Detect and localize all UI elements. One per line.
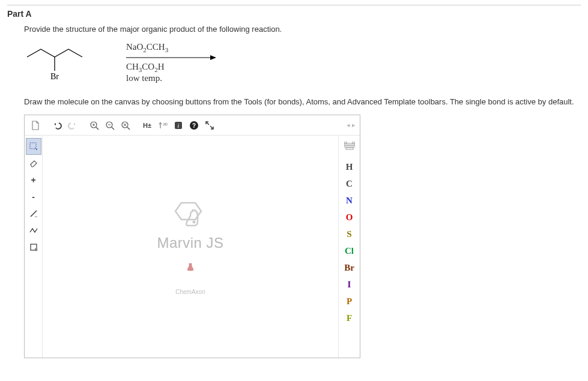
left-toolbar: + -	[25, 136, 43, 358]
atom-p-button[interactable]: P	[340, 293, 359, 310]
instruction-text: Draw the molecule on the canvas by choos…	[24, 97, 581, 107]
svg-point-27	[34, 248, 37, 251]
eraser-tool-button[interactable]	[26, 155, 41, 172]
svg-point-28	[193, 221, 196, 224]
reaction-arrow	[126, 55, 216, 61]
fullscreen-button[interactable]	[202, 118, 217, 133]
atom-h-button[interactable]: H	[340, 158, 359, 175]
marvin-editor: H± 2D i ? ◂ ▸ + -	[24, 115, 360, 358]
template-tool-button[interactable]	[26, 239, 41, 256]
redo-button[interactable]	[65, 118, 80, 133]
top-toolbar: H± 2D i ? ◂ ▸	[25, 115, 360, 136]
svg-marker-2	[210, 55, 216, 60]
atom-c-button[interactable]: C	[340, 175, 359, 192]
svg-line-4	[96, 127, 99, 130]
atoms-toolbar: H C N O S Cl Br I P F	[338, 136, 360, 358]
charge-minus-button[interactable]: -	[26, 188, 41, 205]
reagent-above: NaO2CCH3	[126, 42, 216, 53]
periodic-table-button[interactable]	[340, 138, 359, 154]
new-doc-button[interactable]	[28, 118, 43, 133]
help-button[interactable]: ?	[187, 118, 201, 133]
br-label: Br	[50, 72, 59, 81]
svg-rect-32	[344, 145, 355, 147]
svg-text:?: ?	[192, 122, 196, 129]
atom-i-button[interactable]: I	[340, 276, 359, 293]
zoom-out-button[interactable]	[103, 118, 117, 133]
charge-plus-button[interactable]: +	[26, 172, 41, 188]
zoom-fit-button[interactable]	[118, 118, 133, 133]
top-divider	[7, 5, 581, 5]
svg-line-23	[210, 126, 213, 128]
marvin-logo-icon	[172, 198, 208, 231]
svg-line-25	[31, 211, 37, 217]
chemaxon-flask-icon	[186, 262, 195, 272]
svg-line-8	[112, 127, 114, 130]
atom-o-button[interactable]: O	[340, 209, 359, 226]
question-text: Provide the structure of the major organ…	[24, 25, 581, 34]
svg-line-11	[127, 127, 130, 130]
view-2d-button[interactable]: 2D	[156, 118, 170, 133]
atom-s-button[interactable]: S	[340, 226, 359, 242]
zoom-in-button[interactable]	[87, 118, 102, 133]
part-label: Part A	[7, 9, 581, 19]
toolbar-nav-right[interactable]: ▸	[351, 121, 356, 129]
svg-line-22	[207, 122, 209, 125]
undo-button[interactable]	[50, 118, 64, 133]
selection-tool-button[interactable]	[26, 138, 41, 155]
svg-text:2D: 2D	[163, 122, 168, 126]
single-bond-tool-button[interactable]	[26, 205, 41, 222]
canvas-watermark-title: Marvin JS	[157, 235, 223, 251]
reagent-conditions: NaO2CCH3 CH3CO2H low temp.	[126, 42, 216, 83]
drawing-canvas[interactable]: Marvin JS ChemAxon	[43, 136, 338, 358]
svg-rect-33	[346, 148, 353, 149]
chain-tool-button[interactable]	[26, 222, 41, 239]
reagent-below-1: CH3CO2H	[126, 62, 216, 73]
reactant-structure: Br	[24, 42, 90, 86]
canvas-watermark-vendor: ChemAxon	[175, 289, 205, 295]
hydrogen-toggle-button[interactable]: H±	[140, 118, 154, 133]
svg-text:i: i	[178, 122, 180, 129]
atom-cl-button[interactable]: Cl	[340, 242, 359, 259]
atom-br-button[interactable]: Br	[340, 259, 359, 276]
reaction-scheme: Br NaO2CCH3 CH3CO2H low temp.	[24, 42, 581, 86]
toolbar-nav-left[interactable]: ◂	[346, 121, 351, 129]
atom-n-button[interactable]: N	[340, 192, 359, 209]
reagent-below-2: low temp.	[126, 73, 216, 83]
info-button[interactable]: i	[171, 118, 186, 133]
atom-f-button[interactable]: F	[340, 310, 359, 326]
